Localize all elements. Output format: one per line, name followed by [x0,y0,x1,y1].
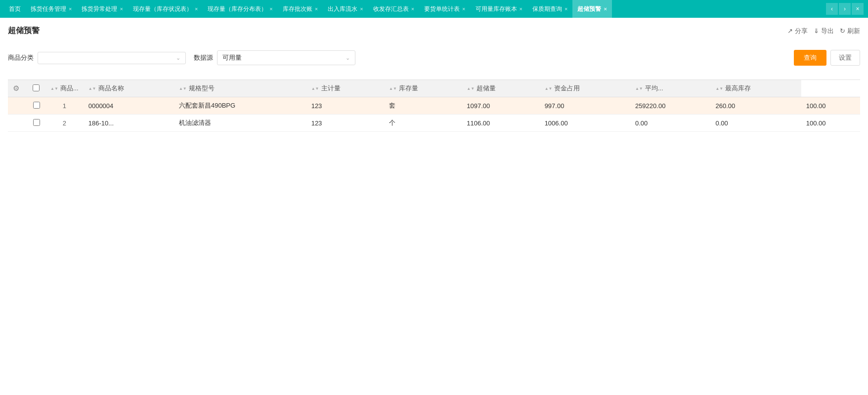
table-settings-icon[interactable]: ⚙ [13,84,19,92]
nav-item-order-stats[interactable]: 要货单统计表× [419,0,470,18]
table-header-row: ⚙ ▲▼商品... ▲▼商品名称 ▲▼规格型号 ▲▼主计量 ▲ [8,80,860,97]
cell-unit: 套 [384,97,462,115]
nav-close-inventory-dist[interactable]: × [269,6,272,12]
top-nav: 首页拣货任务管理×拣货异常处理×现存量（库存状况表）×现存量（库存分布表）×库存… [0,0,868,18]
nav-next-button[interactable]: › [839,3,851,15]
cell-avg: 0.00 [710,115,801,132]
category-label: 商品分类 [8,53,34,62]
cell-spec: 123 [306,115,384,132]
filter-bar: 商品分类 ⌄ 数据源 可用量 ⌄ 查询 设置 [8,44,860,72]
datasource-chevron-icon: ⌄ [346,55,350,61]
nav-close-inventory-status[interactable]: × [195,6,198,12]
nav-close-order-stats[interactable]: × [462,6,465,12]
sort-stock-icon: ▲▼ [389,87,397,91]
row-settings-col [8,115,28,132]
nav-item-home[interactable]: 首页 [4,0,26,18]
select-all-checkbox[interactable] [33,84,40,91]
nav-close-button[interactable]: × [852,3,864,15]
category-chevron-icon: ⌄ [176,55,180,61]
cell-max-stock: 100.00 [801,97,860,115]
nav-item-receive-summary[interactable]: 收发存汇总表× [368,0,419,18]
nav-item-overstock-warning[interactable]: 超储预警× [572,0,611,18]
cell-product-name: 机油滤清器 [174,115,306,132]
col-overstock[interactable]: ▲▼超储量 [462,80,539,97]
settings-button[interactable]: 设置 [830,50,860,66]
col-unit[interactable]: ▲▼主计量 [306,80,384,97]
refresh-action[interactable]: ↻ 刷新 [840,27,860,36]
cell-capital: 0.00 [630,115,711,132]
nav-item-inventory-dist[interactable]: 现存量（库存分布表）× [203,0,277,18]
export-action[interactable]: ⇓ 导出 [814,27,834,36]
cell-max-stock: 100.00 [801,115,860,132]
nav-item-expiry[interactable]: 保质期查询× [527,0,572,18]
nav-item-inout-flow[interactable]: 出入库流水× [323,0,368,18]
share-icon: ↗ [787,27,793,35]
export-icon: ⇓ [814,27,819,35]
cell-spec: 123 [306,97,384,115]
datasource-label: 数据源 [194,53,213,62]
export-label: 导出 [821,27,834,36]
sort-product-name-icon: ▲▼ [88,87,96,91]
refresh-icon: ↻ [840,27,845,35]
cell-overstock: 1006.00 [540,115,630,132]
refresh-label: 刷新 [847,27,860,36]
nav-close-overstock-warning[interactable]: × [604,6,607,12]
cell-product-code: 186-10... [84,115,174,132]
share-action[interactable]: ↗ 分享 [787,27,808,36]
datasource-select[interactable]: 可用量 ⌄ [217,50,355,65]
col-stock[interactable]: ▲▼库存量 [384,80,462,97]
nav-item-inventory-status[interactable]: 现存量（库存状况表）× [128,0,203,18]
nav-close-expiry[interactable]: × [564,6,567,12]
category-filter-group: 商品分类 ⌄ [8,52,186,64]
col-avg[interactable]: ▲▼平均... [630,80,711,97]
col-product-code[interactable]: ▲▼商品... [45,80,84,97]
nav-item-task-mgmt[interactable]: 拣货任务管理× [26,0,77,18]
nav-close-batch[interactable]: × [315,6,318,12]
cell-stock: 1106.00 [462,115,539,132]
filter-buttons: 查询 设置 [794,50,860,66]
cell-stock: 1097.00 [462,97,539,115]
page-actions: ↗ 分享 ⇓ 导出 ↻ 刷新 [787,27,860,36]
page-header: 超储预警 ↗ 分享 ⇓ 导出 ↻ 刷新 [8,26,860,36]
cell-avg: 260.00 [710,97,801,115]
col-max-stock[interactable]: ▲▼最高库存 [710,80,801,97]
row-checkbox-col [28,97,45,115]
nav-item-available-account[interactable]: 可用量库存账本× [471,0,527,18]
sort-product-code-icon: ▲▼ [50,87,58,91]
row-index: 1 [45,97,84,115]
row-checkbox[interactable] [33,102,40,109]
data-table: ⚙ ▲▼商品... ▲▼商品名称 ▲▼规格型号 ▲▼主计量 ▲ [8,79,860,132]
nav-arrows: ‹ › × [825,3,864,15]
page-container: 超储预警 ↗ 分享 ⇓ 导出 ↻ 刷新 商品分类 ⌄ 数据源 [0,18,868,395]
row-settings-col [8,97,28,115]
sort-spec-icon: ▲▼ [179,87,187,91]
nav-close-inout-flow[interactable]: × [360,6,363,12]
row-checkbox-col [28,115,45,132]
table-row: 2186-10...机油滤清器123个1106.001006.000.000.0… [8,115,860,132]
sort-capital-icon: ▲▼ [545,87,553,91]
nav-item-abnormal[interactable]: 拣货异常处理× [77,0,128,18]
cell-capital: 259220.00 [630,97,711,115]
cell-product-code: 0000004 [84,97,174,115]
datasource-filter-group: 数据源 可用量 ⌄ [194,50,355,65]
nav-close-receive-summary[interactable]: × [411,6,414,12]
category-select[interactable]: ⌄ [38,52,186,64]
nav-prev-button[interactable]: ‹ [826,3,838,15]
datasource-select-value: 可用量 [222,53,242,62]
cell-overstock: 997.00 [540,97,630,115]
nav-close-available-account[interactable]: × [520,6,522,12]
col-settings: ⚙ [8,80,28,97]
row-index: 2 [45,115,84,132]
sort-unit-icon: ▲▼ [311,87,319,91]
nav-close-abnormal[interactable]: × [120,6,123,12]
query-button[interactable]: 查询 [794,50,826,66]
nav-item-batch[interactable]: 库存批次账× [278,0,323,18]
table-row: 10000004六配套新昌490BPG123套1097.00997.002592… [8,97,860,115]
col-product-name[interactable]: ▲▼商品名称 [84,80,174,97]
row-checkbox[interactable] [33,119,40,126]
page-title: 超储预警 [8,26,40,36]
col-capital[interactable]: ▲▼资金占用 [540,80,630,97]
nav-close-task-mgmt[interactable]: × [69,6,72,12]
sort-overstock-icon: ▲▼ [467,87,475,91]
col-spec[interactable]: ▲▼规格型号 [174,80,306,97]
